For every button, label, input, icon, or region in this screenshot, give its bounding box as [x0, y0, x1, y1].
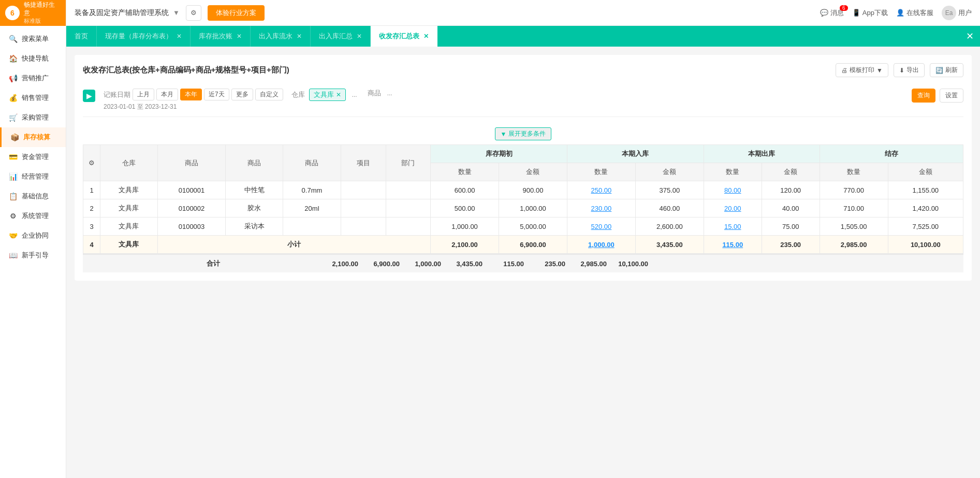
tab-label-recv_summary: 收发存汇总表 [379, 32, 419, 41]
col-balance-group-header: 结存 [820, 145, 963, 163]
user-avatar: Ea [942, 6, 956, 20]
col-warehouse-header: 仓库 [100, 145, 158, 181]
app-download-btn[interactable]: 📱 App下载 [852, 8, 888, 18]
warehouse-filter-label: 仓库 [291, 90, 305, 99]
tab-close-inout_flow[interactable]: ✕ [297, 33, 302, 40]
table-footer: 合计 2,100.00 6,900.00 1,000.00 3,435.00 1… [83, 254, 963, 272]
goods-filter-group: 商品 ... [368, 89, 394, 98]
tab-inout_flow[interactable]: 出入库流水✕ [251, 26, 311, 47]
sales-icon: 💰 [8, 93, 18, 103]
footer-row: 合计 2,100.00 6,900.00 1,000.00 3,435.00 1… [88, 259, 958, 268]
col-goods-code-header: 商品 [157, 145, 226, 181]
topbar-right: 💬 消息 6 📱 App下载 👤 在线客服 Ea 用户 [820, 6, 972, 20]
subtotal-out-qty[interactable]: 115.00 [704, 236, 762, 254]
sidebar-item-system[interactable]: ⚙ 系统管理 [0, 206, 66, 226]
tab-close-stock_dist[interactable]: ✕ [177, 33, 182, 40]
tab-label-batch: 库存批次账 [199, 32, 232, 41]
col-bal-qty-header: 数量 [820, 163, 888, 181]
user-btn[interactable]: Ea 用户 [942, 6, 972, 20]
data-table: ⚙ 仓库 商品 商品 商品 项目 部门 库存期初 本期入库 本期出库 结存 [83, 144, 963, 254]
subtotal-open-amt: 6,900.00 [499, 236, 567, 254]
query-btn[interactable]: 查询 [912, 89, 935, 103]
row-project [341, 199, 386, 218]
sidebar-item-label-finance: 资金管理 [22, 152, 49, 162]
sidebar-item-collab[interactable]: 🤝 企业协同 [0, 226, 66, 245]
settings-btn[interactable]: 设置 [940, 89, 963, 103]
table-settings-icon[interactable]: ⚙ [89, 159, 95, 167]
date-btn-last-month[interactable]: 上月 [133, 89, 154, 100]
footer-in-amt: 3,435.00 [446, 260, 488, 268]
settings-gear-button[interactable]: ⚙ [186, 5, 201, 21]
expand-more-conditions-btn[interactable]: ▼ 展开更多条件 [495, 127, 552, 140]
title-dropdown-icon[interactable]: ▼ [173, 9, 180, 17]
row-warehouse: 文具库 [100, 199, 158, 218]
subtotal-open-qty: 2,100.00 [431, 236, 499, 254]
print-btn[interactable]: 🖨 模板打印 ▼ [836, 63, 888, 77]
finance-icon: 💳 [8, 152, 18, 162]
tabbar: 首页现存量（库存分布表）✕库存批次账✕出入库流水✕出入库汇总✕收发存汇总表✕✕ [66, 26, 980, 47]
message-btn[interactable]: 💬 消息 6 [820, 8, 844, 18]
main-wrapper: 装备及固定资产辅助管理系统 ▼ ⚙ 体验行业方案 💬 消息 6 📱 App下载 … [66, 0, 980, 478]
tab-close-batch[interactable]: ✕ [237, 33, 242, 40]
sidebar-item-operation[interactable]: 📊 经营管理 [0, 167, 66, 186]
col-out-group-header: 本期出库 [704, 145, 820, 163]
tab-stock_dist[interactable]: 现存量（库存分布表）✕ [97, 26, 191, 47]
row-in-qty[interactable]: 250.00 [567, 181, 635, 199]
sidebar-item-quick_nav[interactable]: 🏠 快捷导航 [0, 49, 66, 68]
row-out-qty[interactable]: 15.00 [704, 218, 762, 236]
date-btn-more[interactable]: 更多 [231, 89, 253, 100]
row-open-qty: 1,000.00 [431, 218, 499, 236]
sidebar-item-label-purchase: 采购管理 [22, 113, 49, 122]
sidebar-item-marketing[interactable]: 📢 营销推广 [0, 68, 66, 88]
date-range-display: 2023-01-01 至 2023-12-31 [104, 103, 283, 111]
refresh-btn[interactable]: 🔄 刷新 [930, 63, 963, 77]
message-icon: 💬 [820, 9, 828, 17]
row-out-qty[interactable]: 20.00 [704, 199, 762, 218]
date-btn-7days[interactable]: 近7天 [204, 89, 229, 100]
goods-filter-label: 商品 [368, 89, 381, 98]
sidebar-item-purchase[interactable]: 🛒 采购管理 [0, 108, 66, 127]
trial-btn[interactable]: 体验行业方案 [208, 5, 265, 21]
row-open-qty: 500.00 [431, 199, 499, 218]
tab-close-inout_summary[interactable]: ✕ [357, 33, 362, 40]
warehouse-more-btn[interactable]: ... [350, 90, 359, 99]
col-opening-group-header: 库存期初 [431, 145, 567, 163]
sidebar-item-label-search: 搜索菜单 [22, 34, 49, 44]
inventory-icon: 📦 [10, 133, 19, 142]
row-out-amt: 120.00 [762, 181, 820, 199]
close-all-tabs-btn[interactable]: ✕ [960, 31, 980, 42]
row-in-qty[interactable]: 230.00 [567, 199, 635, 218]
online-service-btn[interactable]: 👤 在线客服 [896, 8, 933, 18]
quick_nav-icon: 🏠 [8, 54, 18, 63]
filter-bar: ▶ 记账日期 上月 本月 本年 近7天 更多 自定义 2023-01-01 至 … [83, 83, 963, 117]
filter-toggle-btn[interactable]: ▶ [83, 90, 95, 102]
row-in-qty[interactable]: 520.00 [567, 218, 635, 236]
sidebar-item-guide[interactable]: 📖 新手引导 [0, 245, 66, 265]
subtotal-in-qty[interactable]: 1,000.00 [567, 236, 635, 254]
sidebar-item-finance[interactable]: 💳 资金管理 [0, 147, 66, 167]
date-btn-custom[interactable]: 自定义 [255, 89, 283, 100]
export-btn[interactable]: ⬇ 导出 [894, 63, 925, 77]
table-row: 3 文具库 0100003 采访本 1,000.00 5,000.00 520.… [83, 218, 963, 236]
row-out-qty[interactable]: 80.00 [704, 181, 762, 199]
tab-batch[interactable]: 库存批次账✕ [191, 26, 251, 47]
tab-inout_summary[interactable]: 出入库汇总✕ [311, 26, 371, 47]
row-goods-code: 0100001 [157, 181, 226, 199]
tab-close-recv_summary[interactable]: ✕ [423, 33, 429, 40]
warehouse-tag-remove-btn[interactable]: ✕ [336, 91, 341, 98]
warehouse-tag: 文具库 ✕ [309, 89, 346, 101]
sidebar-item-basic[interactable]: 📋 基础信息 [0, 186, 66, 206]
sidebar-item-search[interactable]: 🔍 搜索菜单 [0, 29, 66, 49]
goods-more-btn[interactable]: ... [385, 89, 394, 98]
print-icon: 🖨 [841, 67, 847, 74]
tab-home[interactable]: 首页 [66, 26, 97, 47]
row-seq: 1 [83, 181, 100, 199]
tab-recv_summary[interactable]: 收发存汇总表✕ [371, 26, 437, 47]
date-btn-this-month[interactable]: 本月 [156, 89, 178, 100]
sidebar-item-inventory[interactable]: 📦 库存核算 [0, 127, 66, 147]
expand-icon: ▼ [501, 131, 507, 138]
date-btn-this-year[interactable]: 本年 [180, 89, 202, 100]
page-title: 收发存汇总表(按仓库+商品编码+商品+规格型号+项目+部门) [83, 65, 289, 75]
row-in-amt: 2,600.00 [635, 218, 704, 236]
sidebar-item-sales[interactable]: 💰 销售管理 [0, 88, 66, 108]
